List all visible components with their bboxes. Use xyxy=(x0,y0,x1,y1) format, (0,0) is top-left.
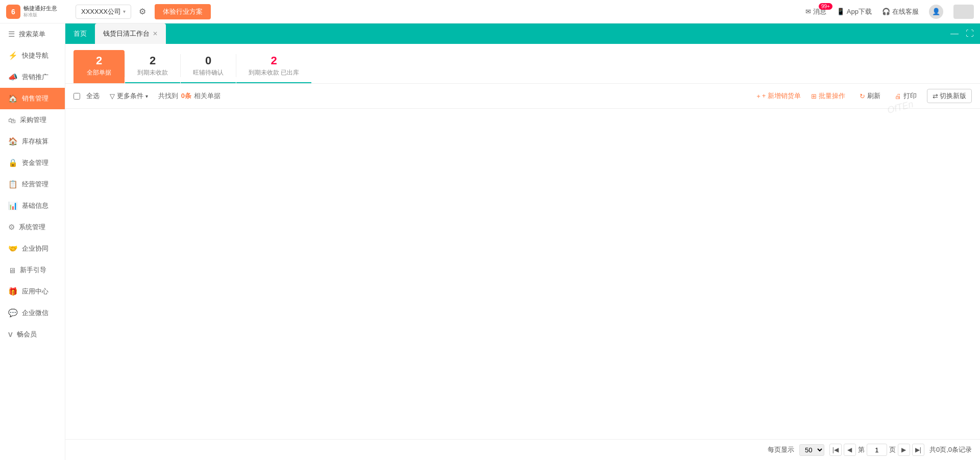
tab-expand-btn[interactable]: ⛶ xyxy=(964,28,976,40)
finance-icon: 🔒 xyxy=(8,158,18,167)
sidebar-label-marketing: 营销推广 xyxy=(22,72,48,82)
tab-bar-actions: — ⛶ xyxy=(948,28,980,40)
sidebar-item-purchase[interactable]: 🛍 采购管理 xyxy=(0,109,65,131)
stat-tab-pending[interactable]: 0 旺辅待确认 xyxy=(181,50,236,83)
sidebar-item-search-menu[interactable]: ☰ 搜索菜单 xyxy=(0,23,65,45)
batch-label: 批量操作 xyxy=(819,91,845,101)
online-service-btn[interactable]: 🎧 在线客服 xyxy=(882,7,919,16)
app-center-icon: 🎁 xyxy=(8,287,18,296)
print-btn[interactable]: 🖨 打印 xyxy=(891,89,921,103)
headset-icon: 🎧 xyxy=(882,8,890,15)
add-icon: + xyxy=(756,92,761,100)
footer: 每页显示 50 |◀ ◀ 第 页 ▶ ▶| 共0页,0条记录 xyxy=(65,439,980,460)
stat-tab-all[interactable]: 2 全部单据 xyxy=(74,50,125,83)
sidebar-item-basic-info[interactable]: 📊 基础信息 xyxy=(0,195,65,216)
stat-label-overdue: 到期未收款 xyxy=(137,68,168,77)
found-text: 共找到 0条 相关单据 xyxy=(158,91,220,101)
experience-btn[interactable]: 体验行业方案 xyxy=(155,4,211,19)
sidebar-item-wechat[interactable]: 💬 企业微信 xyxy=(0,302,65,324)
header-right: ✉ 消息 99+ 📱 App下载 🎧 在线客服 👤 xyxy=(805,5,974,19)
chevron-down-icon: ▾ xyxy=(123,9,126,14)
sidebar-label-purchase: 采购管理 xyxy=(20,115,46,125)
sidebar-item-app-center[interactable]: 🎁 应用中心 xyxy=(0,281,65,302)
filter-label: 更多条件 xyxy=(117,91,143,101)
refresh-icon: ↻ xyxy=(860,92,865,100)
content-area: 首页 钱货日清工作台 ✕ — ⛶ 2 全部单据 2 到 xyxy=(65,23,980,460)
message-btn[interactable]: ✉ 消息 99+ xyxy=(805,7,826,16)
print-label: 打印 xyxy=(903,91,917,101)
sidebar-item-sales[interactable]: 🏠 销售管理 xyxy=(0,88,65,109)
filter-btn[interactable]: ▽ 更多条件 ▾ xyxy=(106,89,152,103)
tab-home[interactable]: 首页 xyxy=(65,23,95,44)
tab-workbench-label: 钱货日清工作台 xyxy=(103,29,150,38)
refresh-btn[interactable]: ↻ 刷新 xyxy=(855,89,885,103)
table-area xyxy=(65,109,980,439)
enterprise-icon: 🤝 xyxy=(8,244,18,253)
stat-label-all: 全部单据 xyxy=(86,68,112,77)
sidebar-item-marketing[interactable]: 📣 营销推广 xyxy=(0,66,65,88)
found-count: 0条 xyxy=(181,92,191,100)
filter-icon: ▽ xyxy=(110,92,115,100)
refresh-label: 刷新 xyxy=(867,91,880,101)
sidebar-item-system[interactable]: ⚙ 系统管理 xyxy=(0,216,65,238)
switch-icon: ⇄ xyxy=(933,92,938,100)
tab-bar: 首页 钱货日清工作台 ✕ — ⛶ xyxy=(65,23,980,44)
stat-tab-overdue[interactable]: 2 到期未收款 xyxy=(125,50,180,83)
stat-count-shipped: 2 xyxy=(249,54,299,67)
add-sales-btn[interactable]: + + 新增销货单 xyxy=(756,91,801,101)
search-menu-icon: ☰ xyxy=(8,30,15,39)
add-label: + 新增销货单 xyxy=(762,91,801,101)
tab-workbench[interactable]: 钱货日清工作台 ✕ xyxy=(95,23,166,44)
per-page-label: 每页显示 xyxy=(768,445,794,454)
stat-count-pending: 0 xyxy=(193,54,224,67)
member-icon: V xyxy=(8,331,13,338)
print-icon: 🖨 xyxy=(895,92,901,100)
per-page-select[interactable]: 50 xyxy=(799,444,824,456)
next-page-btn[interactable]: ▶ xyxy=(898,444,910,456)
prev-page-btn[interactable]: ◀ xyxy=(844,444,856,456)
select-all-checkbox[interactable] xyxy=(74,93,80,100)
sidebar-label-inventory: 库存核算 xyxy=(22,137,48,146)
stat-label-shipped: 到期未收款 已出库 xyxy=(249,68,299,77)
sidebar-label-app-center: 应用中心 xyxy=(22,287,48,296)
sidebar-item-beginner[interactable]: 🖥 新手引导 xyxy=(0,259,65,281)
select-all-label: 全选 xyxy=(86,91,100,101)
sidebar-item-finance[interactable]: 🔒 资金管理 xyxy=(0,152,65,174)
sales-icon: 🏠 xyxy=(8,94,18,103)
batch-btn[interactable]: ⊞ 批量操作 xyxy=(807,89,849,103)
tab-close-icon[interactable]: ✕ xyxy=(153,30,158,37)
sidebar-label-beginner: 新手引导 xyxy=(20,265,46,275)
sidebar-label-enterprise: 企业协同 xyxy=(22,244,48,253)
switch-version-btn[interactable]: ⇄ 切换新版 xyxy=(927,89,972,103)
sidebar-item-operations[interactable]: 📋 经营管理 xyxy=(0,174,65,195)
company-name: XXXXXX公司 xyxy=(81,7,121,16)
logo-area: 6 畅捷通好生意 标准版 xyxy=(6,5,71,19)
page-input[interactable] xyxy=(867,444,887,456)
beginner-icon: 🖥 xyxy=(8,266,16,275)
first-page-btn[interactable]: |◀ xyxy=(829,444,842,456)
batch-icon: ⊞ xyxy=(811,92,817,100)
tab-minimize-btn[interactable]: — xyxy=(948,28,961,40)
chevron-icon: ▾ xyxy=(145,93,148,99)
app-download-btn[interactable]: 📱 App下载 xyxy=(837,7,872,16)
stat-label-pending: 旺辅待确认 xyxy=(193,68,224,77)
sidebar-label-sales: 销售管理 xyxy=(22,94,48,103)
app-download-label: App下载 xyxy=(847,7,872,16)
sidebar-label-finance: 资金管理 xyxy=(22,158,48,167)
switch-label: 切换新版 xyxy=(940,91,966,101)
last-page-btn[interactable]: ▶| xyxy=(912,444,924,456)
settings-button[interactable]: ⚙ xyxy=(135,5,150,19)
sidebar-item-enterprise[interactable]: 🤝 企业协同 xyxy=(0,238,65,259)
sidebar-label-search-menu: 搜索菜单 xyxy=(19,30,45,39)
sidebar-item-quick-nav[interactable]: ⚡ 快捷导航 xyxy=(0,45,65,66)
sidebar-label-system: 系统管理 xyxy=(19,223,45,232)
stat-tab-shipped[interactable]: 2 到期未收款 已出库 xyxy=(236,50,311,83)
system-icon: ⚙ xyxy=(8,223,15,232)
main-layout: ☰ 搜索菜单 ⚡ 快捷导航 📣 营销推广 🏠 销售管理 🛍 采购管理 🏠 库存核… xyxy=(0,23,980,460)
sidebar-item-inventory[interactable]: 🏠 库存核算 xyxy=(0,131,65,152)
avatar[interactable]: 👤 xyxy=(929,5,943,19)
online-service-label: 在线客服 xyxy=(892,7,919,16)
wechat-icon: 💬 xyxy=(8,308,18,318)
sidebar-item-member[interactable]: V 畅会员 xyxy=(0,324,65,345)
company-selector[interactable]: XXXXXX公司 ▾ xyxy=(76,5,131,19)
